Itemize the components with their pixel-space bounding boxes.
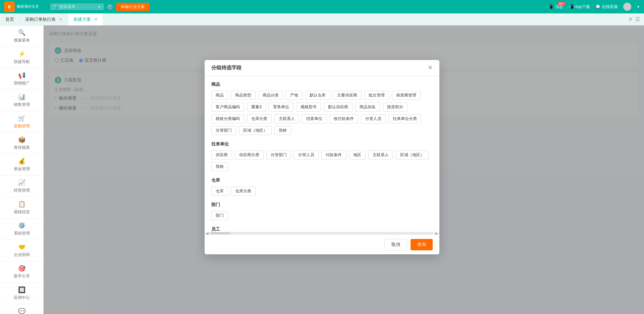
field-party-contact[interactable]: 主联系人 (368, 150, 393, 160)
field-payment-terms[interactable]: 收付款条件 (329, 114, 358, 123)
app-download-icon: 📲 (569, 4, 574, 9)
field-product-alias[interactable]: 商品别名 (355, 103, 380, 112)
sidebar-item-system-label: 系统管理 (14, 231, 30, 236)
sidebar-item-sales-label: 销售管理 (14, 102, 30, 108)
field-party-area[interactable]: 区域（地区） (396, 150, 429, 160)
section-product-title: 商品 (211, 81, 433, 87)
close-all-icon[interactable]: ✕ (628, 16, 633, 22)
field-party-short[interactable]: 简称 (211, 162, 228, 171)
field-dept[interactable]: 分管部门 (211, 126, 236, 135)
marketing-icon: 📢 (18, 72, 25, 79)
field-weight3[interactable]: 重量3 (247, 103, 266, 112)
tab-purchase-list-close[interactable]: ✕ (59, 17, 62, 22)
sidebar-item-sales[interactable]: 📊 销售管理 (0, 90, 43, 111)
search-area[interactable]: 🔍 ▼ (50, 3, 104, 10)
field-warehouse[interactable]: 仓库 (211, 187, 228, 196)
online-service-btn[interactable]: 💬 在线客服 (595, 4, 618, 10)
field-party-supervisor[interactable]: 分管人员 (294, 150, 319, 160)
sidebar-item-operations[interactable]: 📈 经营管理 (0, 176, 43, 197)
sidebar-item-enterprise[interactable]: 🤝 企业协同 (0, 240, 43, 261)
sidebar-item-wechat[interactable]: 💬 企业微信 (0, 304, 43, 314)
field-batch-mgmt[interactable]: 批次管理 (364, 91, 389, 100)
section-department-fields: 部门 (211, 211, 433, 220)
field-product-category[interactable]: 商品分类 (258, 91, 283, 100)
tab-purchase-list-label: 采购订单执行表 (25, 16, 56, 22)
field-party-payment[interactable]: 付款条件 (321, 150, 346, 160)
sidebar-item-finance-label: 资金管理 (14, 166, 30, 172)
field-main-contact[interactable]: 主联系人 (274, 114, 299, 123)
sidebar: 🔍 搜索菜单 ⚡ 快捷导航 📢 营销推广 📊 销售管理 🛒 采购管理 📦 库存核… (0, 25, 44, 314)
sidebar-item-enterprise-label: 企业协同 (14, 252, 30, 258)
field-party-dept[interactable]: 分管部门 (266, 150, 291, 160)
field-settlement-unit[interactable]: 结算单位 (302, 114, 327, 123)
field-shelf-life[interactable]: 保质期管理 (392, 91, 421, 100)
field-tax-code[interactable]: 税收分类编码 (211, 114, 244, 123)
tab-new-plan-close[interactable]: ✕ (94, 17, 98, 22)
settings-icon[interactable]: ⚙️ (107, 4, 113, 10)
field-default-supplier[interactable]: 默认供应商 (324, 103, 353, 112)
sidebar-item-quicknav[interactable]: ⚡ 快捷导航 (0, 47, 43, 68)
app-download-btn[interactable]: 📲 App下载 (569, 4, 590, 10)
section-product-fields: 商品 商品类型 商品分类 产地 默认仓库 主要供应商 批次管理 保质期管理 客户… (211, 91, 433, 135)
sidebar-item-guide[interactable]: 🎯 新手引导 (0, 261, 43, 283)
guide-icon: 🎯 (18, 265, 25, 272)
modal-body[interactable]: 商品 商品 商品类型 商品分类 产地 默认仓库 主要供应商 批次管理 保质期管理… (205, 76, 439, 232)
field-main-supplier[interactable]: 主要供应商 (333, 91, 362, 100)
field-warehouse-category[interactable]: 仓库分类 (247, 114, 272, 123)
horizontal-scrollbar-thumb[interactable] (210, 232, 230, 234)
avatar[interactable] (623, 3, 631, 11)
modal-close-btn[interactable]: ✕ (428, 65, 433, 71)
notification-btn[interactable]: 📱 消息 99+ (549, 4, 563, 10)
section-department-title: 部门 (211, 202, 433, 208)
tab-home[interactable]: 首页 (0, 13, 20, 25)
sidebar-item-basic-info[interactable]: 📋 基础信息 (0, 197, 43, 218)
field-retail-unit[interactable]: 零售单位 (269, 103, 293, 112)
sidebar-item-finance[interactable]: 💰 资金管理 (0, 154, 43, 176)
app-download-label: App下载 (575, 4, 590, 10)
sidebar-item-operations-label: 经营管理 (14, 188, 30, 193)
quicknav-icon: ⚡ (18, 50, 25, 58)
cancel-button[interactable]: 取消 (384, 239, 407, 250)
sidebar-item-inventory[interactable]: 📦 库存核算 (0, 133, 43, 154)
field-origin[interactable]: 产地 (286, 91, 303, 100)
field-default-warehouse[interactable]: 默认仓库 (305, 91, 330, 100)
confirm-button[interactable]: 查询 (411, 239, 433, 250)
field-product[interactable]: 商品 (211, 91, 228, 100)
sidebar-item-system[interactable]: ⚙️ 系统管理 (0, 218, 43, 240)
field-region-product[interactable]: 区域（地区） (239, 126, 272, 135)
field-pick-points[interactable]: 拣货积分 (383, 103, 408, 112)
search-icon: 🔍 (53, 4, 58, 9)
dropdown-arrow-icon: ▼ (98, 5, 101, 9)
field-party-region[interactable]: 地区 (349, 150, 366, 160)
sidebar-item-marketing[interactable]: 📢 营销推广 (0, 68, 43, 90)
tab-new-plan[interactable]: 新建方案 ✕ (68, 13, 103, 25)
field-product-type[interactable]: 商品类型 (231, 91, 256, 100)
modal-title: 分组待选字段 (211, 65, 241, 71)
tab-purchase-list[interactable]: 采购订单执行表 ✕ (20, 13, 68, 25)
modal-horizontal-scrollbar[interactable]: ◀ ▶ (205, 232, 439, 235)
section-party-fields: 供应商 供应商分类 分管部门 分管人员 付款条件 地区 主联系人 区域（地区） … (211, 150, 433, 171)
notification-icon: 📱 (549, 4, 554, 9)
sidebar-item-appcenter[interactable]: 🔲 应用中心 (0, 283, 43, 304)
sidebar-item-purchase[interactable]: 🛒 采购管理 (0, 111, 43, 133)
field-party-category[interactable]: 往来单位分类 (388, 114, 421, 123)
finance-icon: 💰 (18, 158, 25, 165)
field-warehouse-cat[interactable]: 仓库分类 (231, 187, 256, 196)
user-menu-icon: ▼ (637, 5, 640, 9)
field-spec-model[interactable]: 规格型号 (296, 103, 321, 112)
notification-badge: 99+ (557, 2, 566, 6)
field-supervisor[interactable]: 分管人员 (361, 114, 386, 123)
enterprise-icon: 🤝 (18, 243, 25, 251)
field-supplier[interactable]: 供应商 (211, 150, 232, 160)
section-department: 部门 部门 (211, 202, 433, 220)
field-department[interactable]: 部门 (211, 211, 228, 220)
sidebar-item-search[interactable]: 🔍 搜索菜单 (0, 25, 43, 47)
field-supplier-category[interactable]: 供应商分类 (235, 150, 264, 160)
field-customer-code[interactable]: 客户商品编码 (211, 103, 244, 112)
field-short-name-product[interactable]: 简称 (274, 126, 291, 135)
tab-menu-icon[interactable]: ☰ (635, 16, 640, 22)
system-icon: ⚙️ (18, 222, 25, 229)
modal-footer: 取消 查询 (205, 235, 439, 254)
trial-btn[interactable]: 体验行业方案 (116, 3, 150, 11)
search-input[interactable] (59, 4, 96, 9)
